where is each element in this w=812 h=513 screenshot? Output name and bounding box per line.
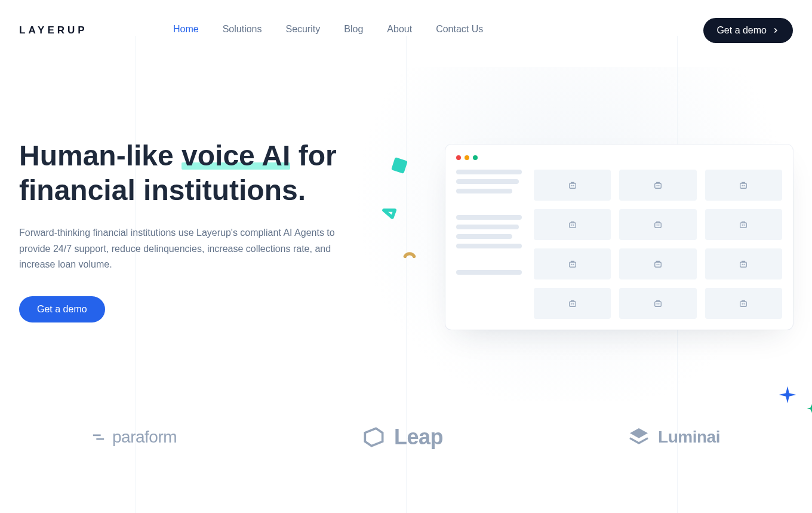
svg-point-3 (573, 185, 574, 186)
app-window-mock (445, 145, 793, 330)
partner-leap: Leap (361, 424, 443, 450)
svg-rect-22 (655, 262, 662, 267)
svg-point-15 (659, 225, 659, 225)
partner-logos: paraform Leap Luminai (0, 400, 812, 462)
chevron-right-icon (771, 26, 780, 35)
svg-point-29 (571, 303, 572, 304)
headline-pre: Human-like (19, 140, 182, 171)
svg-point-35 (742, 303, 743, 304)
svg-rect-10 (569, 223, 576, 228)
nav-contact[interactable]: Contact Us (436, 24, 483, 35)
tile-grid (534, 170, 782, 319)
luminai-icon (627, 425, 651, 449)
svg-point-32 (657, 303, 657, 304)
get-demo-button-header[interactable]: Get a demo (703, 18, 793, 43)
logo[interactable]: LAYERUP (19, 24, 88, 36)
svg-point-21 (573, 264, 574, 265)
hero-headline: Human-like voice AI for financial instit… (19, 139, 389, 207)
svg-rect-31 (655, 302, 662, 306)
leap-icon (361, 424, 387, 450)
svg-rect-28 (569, 302, 576, 306)
nav-solutions[interactable]: Solutions (223, 24, 262, 35)
svg-rect-16 (740, 223, 747, 228)
hero-subhead: Forward-thinking financial institutions … (19, 225, 365, 272)
svg-rect-1 (569, 183, 576, 188)
paraform-icon (92, 431, 105, 444)
svg-point-2 (571, 185, 572, 186)
svg-rect-7 (740, 183, 747, 188)
svg-point-30 (573, 303, 574, 304)
svg-point-27 (744, 264, 745, 265)
partner-paraform: paraform (92, 428, 177, 447)
svg-point-17 (742, 225, 743, 225)
nav-links: Home Solutions Security Blog About Conta… (173, 24, 483, 35)
svg-rect-37 (93, 435, 101, 437)
nav-blog[interactable]: Blog (344, 24, 363, 35)
svg-point-11 (571, 225, 572, 225)
svg-point-5 (657, 185, 657, 186)
svg-rect-4 (655, 183, 662, 188)
svg-point-33 (659, 303, 659, 304)
nav-security[interactable]: Security (286, 24, 321, 35)
svg-rect-34 (740, 302, 747, 306)
svg-point-14 (657, 225, 657, 225)
svg-point-9 (744, 185, 745, 186)
svg-point-23 (657, 264, 657, 265)
svg-rect-13 (655, 223, 662, 228)
svg-point-36 (744, 303, 745, 304)
decor-square-icon (391, 157, 408, 174)
svg-point-20 (571, 264, 572, 265)
svg-point-12 (573, 225, 574, 225)
svg-point-18 (744, 225, 745, 225)
svg-rect-19 (569, 262, 576, 267)
get-demo-label: Get a demo (716, 25, 767, 36)
svg-rect-38 (96, 438, 104, 440)
hero-illustration (411, 103, 793, 389)
svg-point-6 (659, 185, 659, 186)
svg-point-24 (659, 264, 659, 265)
partner-label: Leap (394, 425, 443, 450)
partner-label: paraform (112, 428, 177, 447)
headline-highlight: voice AI (182, 139, 290, 173)
svg-point-8 (742, 185, 743, 186)
window-controls-icon (456, 155, 782, 160)
get-demo-button-main[interactable]: Get a demo (19, 296, 105, 322)
nav-about[interactable]: About (387, 24, 412, 35)
nav-home[interactable]: Home (173, 24, 199, 35)
decor-arc-icon (402, 246, 417, 264)
svg-rect-25 (740, 262, 747, 267)
svg-point-26 (742, 264, 743, 265)
partner-luminai: Luminai (627, 425, 720, 449)
partner-label: Luminai (658, 428, 720, 447)
